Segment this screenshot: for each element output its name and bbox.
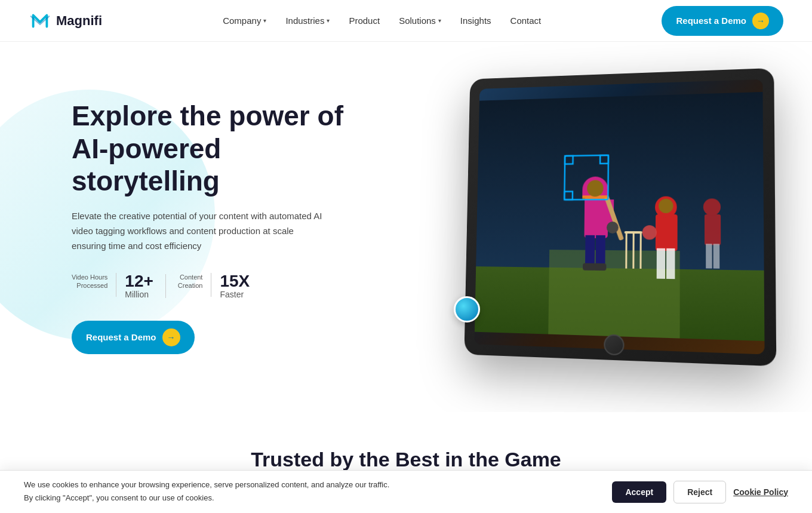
svg-rect-33	[706, 244, 712, 268]
stat-video-hours-label: Video HoursProcessed	[72, 273, 107, 290]
svg-point-24	[642, 225, 657, 239]
stat-divider-2	[165, 274, 166, 298]
chevron-down-icon: ▾	[438, 17, 441, 24]
svg-point-32	[703, 198, 721, 216]
cookie-reject-button[interactable]: Reject	[673, 481, 726, 503]
svg-rect-21	[656, 214, 678, 251]
stat-divider	[116, 273, 116, 297]
floating-indicator	[454, 296, 480, 322]
logo[interactable]: Magnifi	[29, 10, 102, 32]
nav-insights[interactable]: Insights	[460, 16, 491, 26]
chevron-down-icon: ▾	[327, 17, 330, 24]
tablet-home-button	[604, 334, 624, 355]
cricket-image	[475, 79, 765, 355]
trusted-title: Trusted by the Best in the Game	[48, 448, 764, 471]
nav-solutions[interactable]: Solutions ▾	[399, 16, 441, 26]
hero-title: Explore the power of AI-powered storytel…	[72, 100, 343, 197]
svg-rect-10	[585, 235, 595, 268]
svg-rect-34	[713, 244, 720, 268]
navbar: Magnifi Company ▾ Industries ▾ Product S…	[0, 0, 812, 42]
hero-request-demo-button[interactable]: Request a Demo →	[72, 321, 195, 354]
hero-cta-arrow-icon: →	[162, 328, 180, 346]
hero-section: Explore the power of AI-powered storytel…	[0, 42, 812, 412]
stat-speed-value: 15X	[220, 273, 250, 290]
cookie-banner: We use cookies to enhance your browsing …	[0, 470, 812, 513]
svg-point-26	[659, 199, 673, 213]
stat-divider-3	[211, 273, 211, 297]
hero-content: Explore the power of AI-powered storytel…	[72, 100, 343, 354]
stat-content-label: ContentCreation	[178, 273, 203, 290]
cricket-scene-svg	[475, 79, 765, 355]
cookie-text: We use cookies to enhance your browsing …	[24, 479, 389, 505]
nav-company[interactable]: Company ▾	[223, 16, 266, 26]
stat-content-creation: ContentCreation 15X Faster	[178, 273, 250, 299]
svg-rect-9	[585, 196, 608, 238]
cookie-policy-button[interactable]: Cookie Policy	[733, 487, 788, 497]
nav-industries[interactable]: Industries ▾	[285, 16, 330, 26]
cookie-accept-button[interactable]: Accept	[612, 481, 666, 503]
svg-rect-6	[632, 232, 634, 269]
svg-rect-8	[625, 231, 642, 234]
svg-rect-11	[596, 235, 605, 268]
logo-icon	[29, 10, 51, 32]
stat-video-hours-value: 12+	[125, 273, 153, 290]
svg-rect-23	[666, 248, 675, 279]
nav-request-demo-button[interactable]: Request a Demo →	[662, 6, 783, 36]
nav-links: Company ▾ Industries ▾ Product Solutions…	[223, 16, 541, 26]
chevron-down-icon: ▾	[263, 17, 266, 24]
stat-speed-unit: Faster	[220, 290, 250, 299]
nav-product[interactable]: Product	[349, 16, 380, 26]
tablet-screen	[475, 79, 765, 355]
tablet-device	[464, 68, 776, 367]
hero-stats: Video HoursProcessed 12+ Million Content…	[72, 273, 343, 299]
arrow-circle-icon: →	[752, 13, 769, 29]
svg-rect-7	[639, 232, 641, 269]
hero-subtitle: Elevate the creative potential of your c…	[72, 209, 322, 253]
hero-visual	[460, 72, 812, 382]
cookie-buttons: Accept Reject Cookie Policy	[612, 481, 788, 503]
svg-point-20	[607, 222, 619, 234]
svg-rect-22	[657, 248, 665, 279]
logo-text: Magnifi	[56, 13, 102, 29]
svg-rect-13	[593, 263, 607, 271]
svg-rect-31	[705, 214, 721, 245]
stat-video-hours-unit: Million	[125, 290, 153, 299]
svg-rect-5	[625, 232, 627, 269]
nav-contact[interactable]: Contact	[510, 16, 542, 26]
stat-video-hours: Video HoursProcessed 12+ Million	[72, 273, 153, 299]
